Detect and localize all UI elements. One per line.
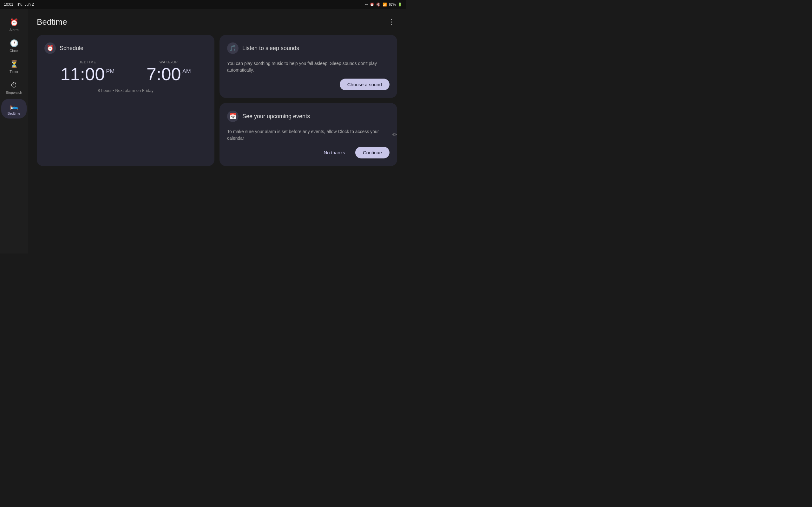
sleep-sounds-card: 🎵 Listen to sleep sounds You can play so… [219,35,397,98]
schedule-card-title: Schedule [60,45,84,52]
sidebar-item-alarm-label: Alarm [9,28,19,32]
wakeup-block[interactable]: WAKE-UP 7:00 AM [147,60,191,83]
sleep-sounds-body: You can play soothing music to help you … [227,60,390,90]
sleep-sounds-desc: You can play soothing music to help you … [227,60,390,73]
bedtime-hour: 11:00 [60,65,105,83]
timer-nav-icon: ⏳ [10,60,18,68]
sidebar-item-alarm[interactable]: ⏰ Alarm [1,15,27,35]
sleep-sounds-actions: Choose a sound [227,78,390,90]
wakeup-label: WAKE-UP [159,60,178,64]
sidebar-item-bedtime[interactable]: 🛌 Bedtime [1,99,27,118]
sidebar-item-stopwatch-label: Stopwatch [6,91,22,95]
sidebar-item-timer[interactable]: ⏳ Timer [1,57,27,77]
edit-icon: ✏ [392,131,397,138]
continue-button[interactable]: Continue [355,147,390,158]
sidebar-item-clock[interactable]: 🕐 Clock [1,36,27,56]
sleep-sounds-icon: 🎵 [227,43,239,54]
sidebar-item-stopwatch[interactable]: ⏱ Stopwatch [1,78,27,98]
upcoming-events-icon: 📅 [227,111,239,122]
upcoming-events-body: To make sure your alarm is set before an… [227,128,390,158]
upcoming-events-desc: To make sure your alarm is set before an… [227,128,390,142]
sleep-sounds-title: Listen to sleep sounds [242,45,299,52]
sleep-sounds-header: 🎵 Listen to sleep sounds [227,43,390,54]
bedtime-nav-icon: 🛌 [10,102,18,110]
schedule-card: ⏰ Schedule BEDTIME 11:00 PM WAKE-UP 7:00… [37,35,214,166]
sidebar-item-timer-label: Timer [9,70,18,73]
upcoming-events-card: 📅 See your upcoming events ✏ To make sur… [219,103,397,166]
wakeup-value: 7:00 AM [147,65,191,83]
upcoming-events-title: See your upcoming events [242,113,310,120]
bedtime-label: BEDTIME [79,60,96,64]
schedule-info: 8 hours • Next alarm on Friday [44,88,207,93]
page-header: Bedtime ⋮ [37,16,397,27]
mute-icon: 🔇 [376,3,380,7]
wakeup-ampm: AM [183,68,191,74]
bedtime-value: 11:00 PM [60,65,114,83]
battery-icon: 🔋 [398,3,402,7]
pencil-icon: ✏ [365,3,368,7]
more-options-button[interactable]: ⋮ [386,16,397,27]
clock-nav-icon: 🕐 [10,39,18,48]
times-row: BEDTIME 11:00 PM WAKE-UP 7:00 AM [44,60,207,83]
schedule-icon: ⏰ [44,43,56,54]
upcoming-events-header: 📅 See your upcoming events ✏ [227,111,390,122]
status-left: 10:01 Thu, Jun 2 [4,2,34,7]
content-grid: ⏰ Schedule BEDTIME 11:00 PM WAKE-UP 7:00… [37,35,397,166]
sidebar-item-clock-label: Clock [9,49,18,53]
battery-text: 67% [389,3,396,6]
sidebar: ⏰ Alarm 🕐 Clock ⏳ Timer ⏱ Stopwatch 🛌 Be… [0,9,28,253]
status-date: Thu, Jun 2 [16,2,34,7]
bedtime-block[interactable]: BEDTIME 11:00 PM [60,60,114,83]
upcoming-events-actions: No thanks Continue [227,147,390,158]
stopwatch-nav-icon: ⏱ [10,81,17,89]
alarm-nav-icon: ⏰ [10,18,18,26]
sidebar-item-bedtime-label: Bedtime [8,112,20,115]
choose-sound-button[interactable]: Choose a sound [340,78,390,90]
status-time: 10:01 [4,2,13,7]
page-title: Bedtime [37,17,67,27]
wifi-icon: 📶 [383,3,387,7]
bedtime-ampm: PM [106,68,114,74]
status-right: ✏ ⏰ 🔇 📶 67% 🔋 [365,3,402,7]
alarm-icon: ⏰ [370,3,374,7]
right-column: 🎵 Listen to sleep sounds You can play so… [219,35,397,166]
wakeup-hour: 7:00 [147,65,181,83]
no-thanks-button[interactable]: No thanks [317,147,351,158]
schedule-card-header: ⏰ Schedule [44,43,207,54]
main-content: Bedtime ⋮ ⏰ Schedule BEDTIME 11:00 PM WA… [28,9,406,253]
status-bar: 10:01 Thu, Jun 2 ✏ ⏰ 🔇 📶 67% 🔋 [0,0,406,9]
